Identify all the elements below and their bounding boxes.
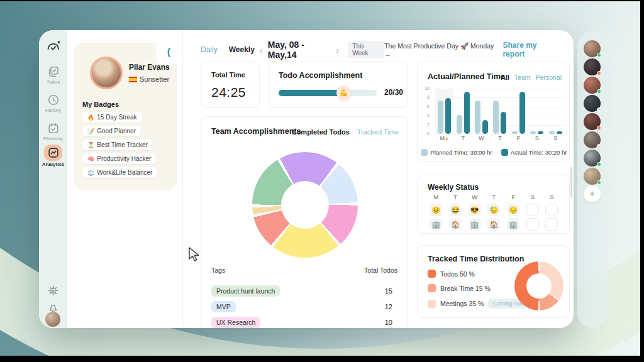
y-axis-tick: 4 — [427, 113, 430, 118]
planned-swatch — [421, 149, 428, 156]
tab-daily[interactable]: Daily — [201, 45, 218, 54]
x-axis-label: F — [509, 135, 528, 141]
scope-tab-all[interactable]: All — [501, 74, 509, 81]
todo-progress-bar: 💪 — [279, 90, 377, 96]
donut-hole — [281, 181, 329, 229]
status-dot — [597, 89, 601, 94]
scope-tab-personal[interactable]: Personal — [536, 74, 562, 81]
team-accomplishments-card: Team Accomplishments Completed Todos Tra… — [201, 116, 408, 328]
weekly-status-column: S — [523, 193, 542, 231]
tag-pill[interactable]: Product hunt launch — [211, 285, 280, 297]
weekly-status-title: Weekly Status — [428, 183, 479, 192]
profile-avatar[interactable] — [90, 57, 123, 89]
y-axis-tick: 2 — [427, 123, 430, 127]
badge-pill: ⏳Best Time Tracker — [82, 140, 153, 150]
donut-hole — [526, 273, 552, 299]
scope-tabs: AllTeamPersonal — [501, 74, 562, 81]
settings-gear-icon[interactable] — [47, 285, 59, 297]
sidebar-item-label: Planning — [39, 136, 67, 141]
mood-emoji-tile: 😎 — [469, 204, 481, 216]
status-dot — [597, 107, 601, 112]
next-week-chevron[interactable]: › — [336, 45, 339, 55]
prev-week-chevron[interactable]: ‹ — [260, 45, 263, 55]
brain-icon: 🧠 — [87, 156, 94, 162]
share-report-button[interactable]: Share my report — [502, 41, 557, 58]
member-avatar[interactable] — [584, 95, 601, 112]
bar-planned-time — [549, 131, 555, 134]
sidebar-item-planning[interactable]: Planning — [39, 121, 67, 141]
tag-row: UX Research10 — [211, 317, 397, 328]
badge-pill: 📝Good Planner — [82, 126, 141, 136]
current-user-avatar[interactable] — [45, 312, 60, 327]
weekly-status-column: T😓🏠 — [484, 193, 504, 231]
history-clock-icon — [47, 93, 60, 107]
member-avatar[interactable] — [584, 40, 601, 57]
mood-emoji-tile — [526, 204, 539, 216]
status-dot — [597, 180, 601, 185]
tab-weekly[interactable]: Weekly — [229, 45, 255, 54]
mood-emoji-tile — [545, 204, 558, 216]
team-accomplishments-donut-chart — [252, 152, 358, 258]
bar-group-T — [453, 89, 472, 134]
weekly-day-label: M — [426, 193, 446, 202]
todos-copy-icon — [47, 65, 60, 79]
star-icon: ★ — [445, 136, 449, 141]
this-week-badge: This Week — [348, 41, 384, 58]
weekly-day-label: W — [465, 193, 484, 202]
badge-label: Best Time Tracker — [97, 141, 148, 148]
bar-actual-time — [464, 92, 470, 134]
sidebar-item-label: History — [39, 107, 67, 113]
legend-swatch — [428, 270, 436, 278]
weekly-day-label: T — [446, 193, 465, 202]
screen-edge-bottom — [0, 356, 644, 362]
status-dot — [597, 162, 601, 167]
member-avatar[interactable] — [584, 77, 601, 94]
bar-actual-time — [482, 120, 488, 134]
hourglass-icon: ⏳ — [87, 142, 94, 148]
tag-pill[interactable]: MVP — [211, 301, 236, 312]
badge-pill: 🔥15 Day Streak — [82, 112, 142, 123]
profile-card: ( Pilar Evans Sunsetter My Badges 🔥15 Da… — [74, 43, 177, 190]
total-time-label: Total Time — [211, 71, 245, 79]
member-avatar[interactable] — [584, 150, 601, 167]
weekly-status-column: T😂🏠 — [446, 193, 465, 231]
member-avatar[interactable] — [584, 113, 601, 130]
member-avatar[interactable] — [584, 131, 601, 148]
tracked-time-label: Meetings 35 % — [440, 300, 484, 307]
mood-emoji-tile: 😣 — [430, 204, 442, 216]
app-window: Todos History Planning Analytics — [39, 30, 574, 328]
bar-planned-time — [457, 115, 462, 134]
add-member-button[interactable]: + — [584, 185, 601, 202]
total-time-card: Total Time 24:25 — [201, 62, 260, 108]
actual-planned-time-card: Actual/Planned Time AllTeamPersonal M★TW… — [417, 62, 570, 162]
flame-icon: 🔥 — [87, 114, 94, 121]
sidebar-item-history[interactable]: History — [39, 93, 67, 113]
place-emoji-tile — [526, 218, 539, 231]
badge-label: Good Planner — [97, 128, 136, 134]
actual-swatch — [501, 149, 508, 156]
muscle-emoji-icon: 💪 — [336, 85, 351, 100]
member-avatar[interactable] — [584, 168, 601, 185]
analytics-chart-icon — [47, 146, 60, 160]
tab-tracked-time[interactable]: Tracked Time — [357, 128, 399, 136]
x-axis-label: S — [528, 135, 546, 141]
sidebar-item-analytics[interactable]: Analytics — [39, 145, 67, 167]
weekly-status-column: M😣🏢 — [426, 193, 446, 231]
scope-tab-team[interactable]: Team — [514, 74, 531, 81]
x-axis-label: T — [491, 135, 509, 141]
todo-progress-fill — [279, 90, 344, 96]
tab-completed-todos[interactable]: Completed Todos — [292, 128, 350, 136]
tag-pill[interactable]: UX Research — [211, 317, 260, 328]
weekly-status-column: W😎🏢 — [465, 193, 484, 231]
profile-panel: ( Pilar Evans Sunsetter My Badges 🔥15 Da… — [67, 30, 183, 328]
weekly-status-card: Weekly Status M😣🏢T😂🏠W😎🏢T😓🏠F😔🏢SS — [417, 175, 570, 234]
bar-planned-time — [493, 101, 499, 134]
sidebar-item-todos[interactable]: Todos — [39, 65, 67, 85]
scrollbar-thumb[interactable] — [570, 167, 572, 197]
member-avatar[interactable] — [584, 58, 601, 75]
badge-pill: 🧠Productivity Hacker — [82, 153, 156, 164]
gridline — [435, 134, 565, 134]
x-axis-label: M★ — [435, 135, 453, 141]
pencil-icon: 📝 — [87, 128, 94, 134]
crescent-moon-icon[interactable]: ( — [167, 47, 170, 58]
